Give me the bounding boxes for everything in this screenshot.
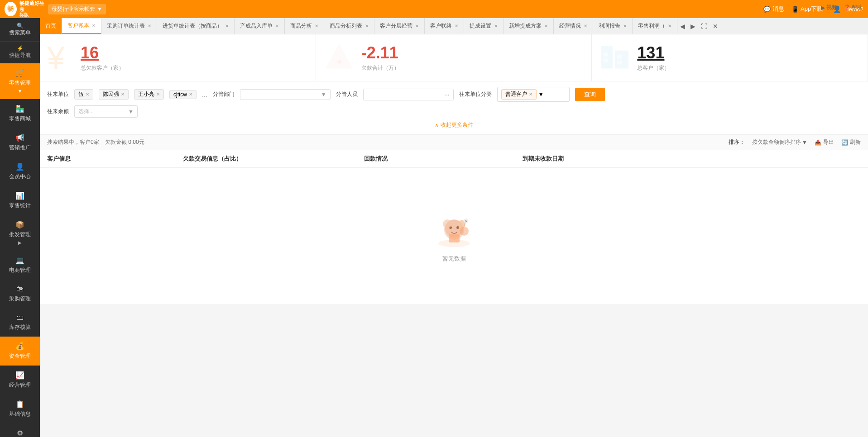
tab-customer-tier[interactable]: 客户分层经营 ✕ (374, 18, 425, 34)
filter-tag-unit-chen[interactable]: 陈民强 ✕ (99, 89, 129, 100)
result-text: 搜索结果中，客户0家 欠款金额 0.00元 (47, 138, 144, 146)
tab-increase-settings[interactable]: 提成设置 ✕ (464, 18, 504, 34)
sidebar-item-retail-stats[interactable]: 📊 零售统计 (0, 186, 40, 215)
app-title: 畅捷通好生意 (19, 0, 44, 12)
tab-nav-right[interactable]: ▶ (688, 23, 698, 30)
tab-close-purchase-order[interactable]: ✕ (148, 24, 151, 28)
sidebar-item-retail[interactable]: 🛒 零售管理 ▼ (0, 63, 40, 99)
svg-point-16 (460, 227, 469, 236)
sidebar-item-operations[interactable]: 📈 经营管理 (0, 366, 40, 394)
tab-label-new-increase: 新增提成方案 (509, 22, 542, 30)
tag-close-wang[interactable]: ✕ (156, 92, 160, 97)
tag-close-chen[interactable]: ✕ (121, 92, 125, 97)
export-btn[interactable]: 📤 导出 (815, 138, 834, 146)
tab-new-increase[interactable]: 新增提成方案 ✕ (504, 18, 554, 34)
sidebar-item-member[interactable]: 👤 会员中心 (0, 157, 40, 186)
content-area: ¥ 16 总欠款客户（家） ✦ -2.11 欠款合计（万） (40, 34, 868, 437)
table-col-debt: 欠款交易信息（占比） (183, 155, 364, 163)
filter-person-select[interactable]: ··· (363, 89, 454, 100)
app-subtitle: 标版 (19, 12, 44, 18)
stat-value-customers[interactable]: 16 (81, 43, 99, 62)
tab-close-retail-profit[interactable]: ✕ (668, 24, 671, 28)
tag-label: 王小亮 (138, 90, 154, 98)
account-selector[interactable]: 母婴行业演示帐套 ▼ (48, 4, 106, 14)
refresh-label: 刷新 (850, 138, 861, 146)
collapse-icon: ∧ (435, 122, 439, 128)
tab-nav-left[interactable]: ◀ (677, 23, 688, 30)
tab-retail-profit[interactable]: 零售利润（ ✕ (633, 18, 677, 34)
filter-classify-select[interactable]: 普通客户 ✕ ▼ (497, 87, 570, 102)
filter-tag-unit-wang[interactable]: 王小亮 ✕ (134, 89, 164, 100)
sidebar-label-marketing: 营销推广 (9, 144, 31, 152)
tag-close-wu[interactable]: ✕ (86, 92, 89, 97)
tab-inventory-stats[interactable]: 进货单统计表（按商品） ✕ (157, 18, 235, 34)
sidebar-item-basic-info[interactable]: 📋 基础信息 (0, 394, 40, 423)
tab-close-all[interactable]: ✕ (710, 23, 721, 30)
tab-customer-account[interactable]: 客户账本 ✕ (62, 18, 101, 34)
dept-arrow-icon: ▼ (321, 91, 326, 98)
tab-label-purchase-order: 采购订单统计表 (107, 22, 145, 30)
data-table: 客户信息 欠款交易信息（占比） 回款情况 到期未收款日期 (40, 150, 868, 304)
refresh-btn[interactable]: 🔄 刷新 (841, 138, 861, 146)
tab-customer-contact[interactable]: 客户联络 ✕ (425, 18, 464, 34)
filter-dept-select[interactable]: ▼ (240, 89, 331, 100)
tag-close-classify[interactable]: ✕ (529, 92, 532, 97)
filter-tag-unit-wu[interactable]: 伍 ✕ (74, 89, 93, 100)
sort-value[interactable]: 按欠款金额倒序排序 ▼ (752, 138, 807, 146)
tab-profit-report[interactable]: 利润报告 ✕ (593, 18, 633, 34)
stat-value-total[interactable]: 131 (637, 43, 664, 62)
logo-text: 畅 (7, 5, 14, 13)
tab-close-operations[interactable]: ✕ (584, 24, 587, 28)
download-icon: 📱 (791, 6, 799, 13)
empty-illustration (432, 209, 477, 250)
tab-home[interactable]: 首页 (40, 18, 62, 34)
tab-maximize[interactable]: ⛶ (698, 23, 710, 30)
tab-label-inventory-stats: 进货单统计表（按商品） (163, 22, 222, 30)
search-icon: 🔍 (0, 23, 40, 29)
tab-label-product-analysis: 商品分析 (290, 22, 312, 30)
tab-purchase-order[interactable]: 采购订单统计表 ✕ (101, 18, 157, 34)
query-button[interactable]: 查询 (575, 88, 605, 101)
sidebar-item-search-menu[interactable]: 🔍 搜索菜单 (0, 18, 40, 42)
sidebar-item-retail-mall[interactable]: 🏪 零售商城 (0, 99, 40, 128)
tab-close-profit-report[interactable]: ✕ (623, 24, 627, 28)
tab-close-new-increase[interactable]: ✕ (544, 24, 548, 28)
tab-product-analysis[interactable]: 商品分析 ✕ (285, 18, 324, 34)
sidebar-item-quick-nav[interactable]: ⚡ 快捷导航 (0, 42, 40, 63)
app-download-btn[interactable]: 📱 App下载 (791, 5, 823, 13)
sidebar-label-purchase: 采购管理 (9, 295, 31, 303)
tab-label-product-analysis-list: 商品分析列表 (330, 22, 362, 30)
tab-close-increase-settings[interactable]: ✕ (494, 24, 498, 28)
sidebar-label-basic-info: 基础信息 (9, 410, 31, 418)
tab-label-product-inbound: 产成品入库单 (240, 22, 273, 30)
tab-operations[interactable]: 经营情况 ✕ (554, 18, 593, 34)
tab-close-product-analysis[interactable]: ✕ (315, 24, 318, 28)
basic-info-icon: 📋 (15, 400, 24, 408)
sidebar-label-finance: 资金管理 (9, 352, 31, 360)
sidebar-item-ecommerce[interactable]: 💻 电商管理 (0, 251, 40, 280)
sidebar-label-inventory: 库存核算 (9, 323, 31, 331)
tag-close-cj[interactable]: ✕ (189, 92, 192, 97)
filter-tag-classify[interactable]: 普通客户 ✕ (501, 89, 537, 100)
collapse-filter-btn[interactable]: ∧ 收起更多条件 (47, 121, 861, 129)
tab-product-analysis-list[interactable]: 商品分析列表 ✕ (324, 18, 374, 34)
sidebar: 🔍 搜索菜单 ⚡ 快捷导航 🛒 零售管理 ▼ 🏪 零售商城 📢 营销推广 � (0, 18, 40, 437)
sidebar-item-purchase[interactable]: 🛍 采购管理 (0, 280, 40, 308)
sidebar-item-inventory[interactable]: 🗃 库存核算 (0, 308, 40, 337)
sidebar-item-marketing[interactable]: 📢 营销推广 (0, 128, 40, 157)
messages-btn[interactable]: 💬 消息 (763, 5, 784, 13)
tab-close-customer-account[interactable]: ✕ (92, 23, 96, 28)
filter-more-btn[interactable]: ... (202, 91, 207, 98)
sidebar-item-wholesale[interactable]: 📦 批发管理 ▶ (0, 215, 40, 251)
table-col-customer: 客户信息 (47, 155, 183, 163)
filter-tag-unit-cj[interactable]: cjttcw ✕ (169, 90, 197, 99)
tab-close-customer-tier[interactable]: ✕ (415, 24, 419, 28)
tab-close-product-analysis-list[interactable]: ✕ (365, 24, 369, 28)
sidebar-item-finance[interactable]: 💰 资金管理 (0, 337, 40, 366)
filter-balance-select[interactable]: 选择... ▼ (74, 105, 138, 118)
sidebar-item-system[interactable]: ⚙ 系统管理 (0, 423, 40, 437)
tab-product-inbound[interactable]: 产成品入库单 ✕ (235, 18, 285, 34)
tab-close-inventory-stats[interactable]: ✕ (225, 24, 229, 28)
tab-close-customer-contact[interactable]: ✕ (455, 24, 458, 28)
tab-close-product-inbound[interactable]: ✕ (275, 24, 279, 28)
